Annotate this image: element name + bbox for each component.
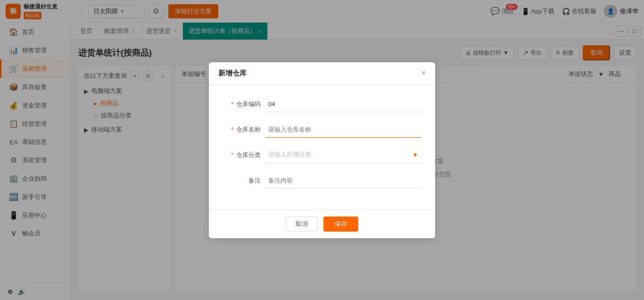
form-label-name: * 仓库名称 — [223, 125, 261, 134]
warehouse-name-input[interactable] — [265, 122, 421, 138]
form-row-category: * 仓库分类 请输入所属分类 ▼ — [223, 147, 421, 163]
warehouse-code-input[interactable] — [265, 96, 421, 112]
modal-title: 新增仓库 — [218, 69, 247, 78]
form-row-code: * 仓库编码 — [223, 96, 421, 112]
new-warehouse-modal: 新增仓库 × * 仓库编码 * 仓库名称 * — [209, 62, 435, 238]
modal-header: 新增仓库 × — [209, 62, 435, 85]
form-row-name: * 仓库名称 — [223, 122, 421, 138]
form-label-code: * 仓库编码 — [223, 100, 261, 108]
required-star-code: * — [231, 100, 233, 108]
category-dropdown-icon: ▼ — [412, 151, 418, 158]
category-placeholder: 请输入所属分类 — [268, 150, 311, 159]
modal-body: * 仓库编码 * 仓库名称 * 仓库分类 请输入所属分类 — [209, 85, 435, 209]
required-star-category: * — [231, 151, 233, 158]
save-button[interactable]: 保存 — [323, 217, 358, 232]
modal-overlay[interactable]: 新增仓库 × * 仓库编码 * 仓库名称 * — [0, 0, 644, 300]
form-label-category: * 仓库分类 — [223, 151, 261, 159]
modal-footer: 取消 保存 — [209, 209, 435, 238]
warehouse-note-input[interactable] — [265, 173, 421, 189]
required-star-name: * — [231, 126, 233, 133]
form-row-note: 备注 — [223, 173, 421, 189]
form-label-note: 备注 — [223, 176, 261, 185]
modal-close-button[interactable]: × — [421, 69, 426, 77]
warehouse-category-select[interactable]: 请输入所属分类 ▼ — [265, 147, 421, 163]
cancel-button[interactable]: 取消 — [286, 217, 318, 232]
